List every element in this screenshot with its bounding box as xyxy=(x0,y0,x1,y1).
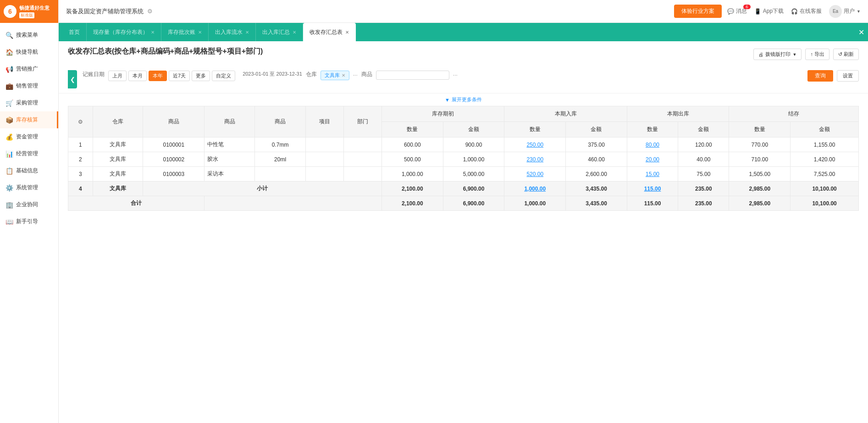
cell-warehouse: 文具库 xyxy=(93,167,143,181)
experience-button[interactable]: 体验行业方案 xyxy=(674,5,722,18)
sidebar-item-marketing[interactable]: 📢 营销推广 xyxy=(0,60,58,77)
th-in-amt: 金额 xyxy=(566,122,627,137)
date-last7days-btn[interactable]: 近7天 xyxy=(169,71,190,81)
cell-warehouse: 文具库 xyxy=(93,152,143,167)
cell-goods-name: 胶水 xyxy=(205,152,255,167)
chevron-down-icon: ▼ xyxy=(792,52,796,57)
date-label: 记账日期 xyxy=(83,71,105,78)
table-row: 3 文具库 0100003 采访本 1,000.00 5,000.00 520.… xyxy=(68,167,859,181)
online-service-action[interactable]: 🎧 在线客服 xyxy=(791,7,822,15)
cell-balance-amt: 1,155.00 xyxy=(791,137,859,152)
data-table: ⚙ 仓库 商品 商品 商品 项目 部门 库存期初 本期入库 本期出库 结存 数量 xyxy=(68,106,859,211)
total-balance-amt: 10,100.00 xyxy=(791,196,859,211)
warehouse-more-btn[interactable]: ... xyxy=(353,71,358,77)
clipboard-icon: 📋 xyxy=(6,167,13,175)
main-area: 装备及固定资产辅助管理系统 ⚙ 体验行业方案 💬 消息 6 📱 App下载 🎧 … xyxy=(59,0,868,423)
sidebar-item-operation[interactable]: 📊 经营管理 xyxy=(0,145,58,162)
sidebar-item-finance[interactable]: 💰 资金管理 xyxy=(0,128,58,145)
expand-more-btn[interactable]: ▼ 展开更多条件 xyxy=(59,93,868,106)
cell-in-qty[interactable]: 250.00 xyxy=(504,137,566,152)
query-button[interactable]: 查询 xyxy=(807,70,833,82)
sidebar: 6 畅捷通好生意 标准版 🔍 搜索菜单 🏠 快捷导航 📢 营销推广 💼 销售管理… xyxy=(0,0,59,423)
sidebar-item-system[interactable]: ⚙️ 系统管理 xyxy=(0,179,58,196)
tab-batch-account[interactable]: 库存批次账 ✕ xyxy=(161,23,209,41)
cell-goods-spec xyxy=(254,167,305,181)
sidebar-item-enterprise[interactable]: 🏢 企业协同 xyxy=(0,196,58,213)
logo-text: 畅捷通好生意 标准版 xyxy=(19,5,50,18)
sidebar-item-basic[interactable]: 📋 基础信息 xyxy=(0,162,58,179)
sidebar-item-label: 销售管理 xyxy=(16,82,38,90)
sidebar-item-quick-nav[interactable]: 🏠 快捷导航 xyxy=(0,44,58,60)
cell-department xyxy=(344,137,382,152)
sidebar-item-label: 快捷导航 xyxy=(16,48,38,56)
print-settings-button[interactable]: 🖨 拨镜版打印 ▼ xyxy=(753,49,802,60)
warehouse-tag-text: 文具库 xyxy=(325,72,340,79)
total-row: 合计 2,100.00 6,900.00 1,000.00 3,435.00 1… xyxy=(68,196,859,211)
subtotal-seq: 4 xyxy=(68,181,93,196)
header-actions: 💬 消息 6 📱 App下载 🎧 在线客服 Ea 用户 ▼ xyxy=(727,5,861,18)
tab-label: 现存量（库存分布表） xyxy=(93,28,148,36)
sidebar-item-sales[interactable]: 💼 销售管理 xyxy=(0,77,58,94)
th-department: 部门 xyxy=(344,106,382,137)
cell-out-amt: 40.00 xyxy=(678,152,729,167)
cell-balance-amt: 1,420.00 xyxy=(791,152,859,167)
settings-icon[interactable]: ⚙ xyxy=(147,8,153,15)
date-this-year-btn[interactable]: 本年 xyxy=(149,71,167,81)
cell-out-qty[interactable]: 80.00 xyxy=(627,137,678,152)
total-opening-qty: 2,100.00 xyxy=(381,196,443,211)
message-action[interactable]: 💬 消息 6 xyxy=(727,7,747,15)
warehouse-label: 仓库 xyxy=(306,71,317,78)
user-action[interactable]: Ea 用户 ▼ xyxy=(829,5,861,18)
filter-settings-button[interactable]: 设置 xyxy=(837,70,859,82)
cell-out-qty[interactable]: 20.00 xyxy=(627,152,678,167)
goods-more-btn[interactable]: ... xyxy=(453,71,458,77)
print-icon: 🖨 xyxy=(758,52,763,57)
cell-out-qty[interactable]: 15.00 xyxy=(627,167,678,181)
collapse-button[interactable]: ❮ xyxy=(68,70,77,88)
tab-bar-close-icon[interactable]: ✕ xyxy=(858,28,864,37)
tab-close-icon[interactable]: ✕ xyxy=(293,30,296,35)
sidebar-item-search[interactable]: 🔍 搜索菜单 xyxy=(0,27,58,44)
cell-in-qty[interactable]: 520.00 xyxy=(504,167,566,181)
th-out: 本期出库 xyxy=(627,106,729,122)
sidebar-item-label: 基础信息 xyxy=(16,167,38,175)
date-custom-btn[interactable]: 自定义 xyxy=(212,71,235,81)
subtotal-in-qty[interactable]: 1,000.00 xyxy=(504,181,566,196)
cell-warehouse: 文具库 xyxy=(93,137,143,152)
cell-in-qty[interactable]: 230.00 xyxy=(504,152,566,167)
sidebar-item-purchase[interactable]: 🛒 采购管理 xyxy=(0,94,58,111)
export-button[interactable]: ↑ 导出 xyxy=(805,49,829,60)
sidebar-item-label: 资金管理 xyxy=(16,133,38,141)
sidebar-nav: 🔍 搜索菜单 🏠 快捷导航 📢 营销推广 💼 销售管理 🛒 采购管理 📦 库存核… xyxy=(0,23,58,423)
date-more-btn[interactable]: 更多 xyxy=(192,71,210,81)
goods-input[interactable] xyxy=(376,71,449,80)
table-row: 1 文具库 0100001 中性笔 0.7mm 600.00 900.00 25… xyxy=(68,137,859,152)
cell-project xyxy=(306,152,344,167)
subtotal-in-amt: 3,435.00 xyxy=(566,181,627,196)
tab-close-icon[interactable]: ✕ xyxy=(198,30,202,35)
filter-inner: 记账日期 上月 本月 本年 近7天 更多 自定义 2023-01-01 至 20… xyxy=(83,70,859,82)
tab-home[interactable]: 首页 xyxy=(62,23,87,41)
date-last-month-btn[interactable]: 上月 xyxy=(108,71,127,81)
tab-close-icon[interactable]: ✕ xyxy=(245,30,249,35)
tab-label: 出入库汇总 xyxy=(262,28,290,36)
cell-balance-amt: 7,525.00 xyxy=(791,167,859,181)
cell-in-amt: 460.00 xyxy=(566,152,627,167)
subtotal-out-qty[interactable]: 115.00 xyxy=(627,181,678,196)
app-download-action[interactable]: 📱 App下载 xyxy=(754,7,784,15)
subtotal-balance-qty: 2,985.00 xyxy=(729,181,791,196)
app-download-label: App下载 xyxy=(763,7,784,15)
cell-opening-qty: 1,000.00 xyxy=(381,167,443,181)
sidebar-item-inventory[interactable]: 📦 库存核算 xyxy=(0,111,58,128)
refresh-button[interactable]: ↺ 刷新 xyxy=(833,49,859,60)
tab-inout-flow[interactable]: 出入库流水 ✕ xyxy=(209,23,256,41)
tab-inventory-dist[interactable]: 现存量（库存分布表） ✕ xyxy=(87,23,161,41)
sidebar-item-guide[interactable]: 📖 新手引导 xyxy=(0,213,58,230)
date-this-month-btn[interactable]: 本月 xyxy=(128,71,147,81)
warehouse-tag-close[interactable]: ✕ xyxy=(342,73,345,78)
tab-recv-send-summary[interactable]: 收发存汇总表 ✕ xyxy=(303,23,356,41)
tab-close-icon[interactable]: ✕ xyxy=(151,30,155,35)
th-gear[interactable]: ⚙ xyxy=(68,106,93,137)
tab-close-icon[interactable]: ✕ xyxy=(345,30,349,35)
tab-inout-summary[interactable]: 出入库汇总 ✕ xyxy=(256,23,303,41)
